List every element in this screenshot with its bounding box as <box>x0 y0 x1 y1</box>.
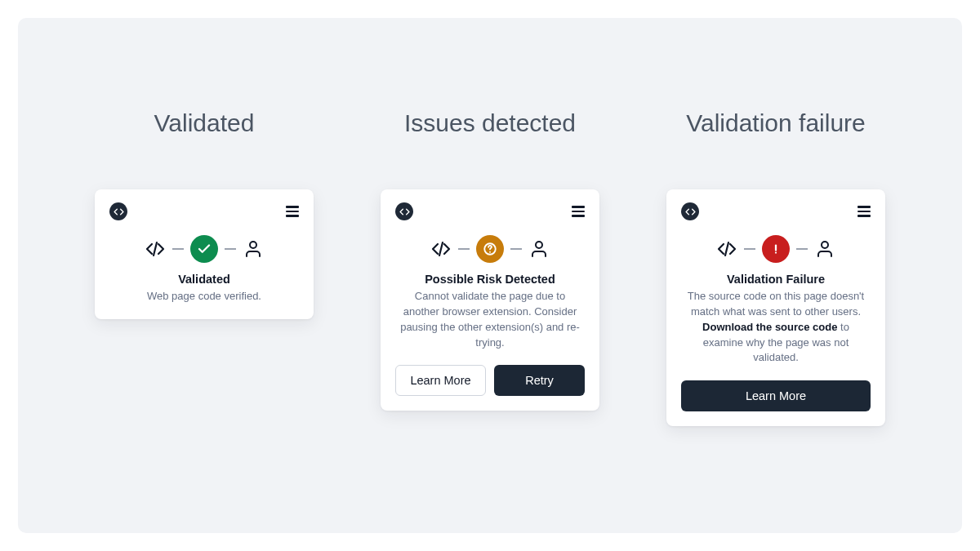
menu-icon[interactable] <box>572 206 585 217</box>
column-validated: Validated Validate <box>90 109 318 319</box>
canvas: Validated Validate <box>18 18 962 533</box>
column-failure: Validation failure <box>662 109 890 426</box>
card-title: Possible Risk Detected <box>395 273 585 286</box>
svg-line-0 <box>154 242 157 256</box>
code-icon <box>145 238 166 260</box>
card-header <box>109 202 299 220</box>
column-heading: Validated <box>154 109 255 137</box>
connector-dash <box>225 248 236 250</box>
card-validated: Validated Web page code verified. <box>95 189 314 319</box>
code-icon <box>716 238 737 260</box>
code-icon <box>430 238 452 260</box>
card-description: Web page code verified. <box>109 289 299 304</box>
person-icon <box>528 238 550 260</box>
card-description: Cannot validate the page due to another … <box>395 289 585 350</box>
desc-text: Web page code verified. <box>147 290 261 302</box>
connector-dash <box>458 248 470 250</box>
download-source-link[interactable]: Download the source code <box>702 321 837 333</box>
svg-point-1 <box>250 242 256 248</box>
column-heading: Issues detected <box>404 109 576 137</box>
status-row <box>681 235 871 263</box>
card-actions: Learn More Retry <box>395 365 585 396</box>
connector-dash <box>510 248 522 250</box>
person-icon <box>814 238 835 260</box>
card-issues: Possible Risk Detected Cannot validate t… <box>381 189 599 411</box>
column-heading: Validation failure <box>686 109 866 137</box>
svg-line-2 <box>439 242 443 256</box>
card-actions: Learn More <box>681 380 871 411</box>
card-description: The source code on this page doesn't mat… <box>681 289 871 366</box>
status-badge-error <box>762 235 790 263</box>
extension-logo-icon <box>395 202 413 220</box>
column-issues: Issues detected Po <box>376 109 604 411</box>
card-title: Validated <box>109 273 299 286</box>
learn-more-button[interactable]: Learn More <box>681 380 871 411</box>
desc-text: Cannot validate the page due to another … <box>400 290 580 349</box>
person-icon <box>243 238 264 260</box>
svg-line-6 <box>725 242 728 256</box>
connector-dash <box>796 248 808 250</box>
desc-text: The source code on this page doesn't mat… <box>688 290 864 318</box>
svg-point-5 <box>536 242 542 248</box>
status-row <box>109 235 299 263</box>
card-failure: Validation Failure The source code on th… <box>666 189 885 426</box>
menu-icon[interactable] <box>286 206 299 217</box>
card-header <box>681 202 871 220</box>
connector-dash <box>172 248 184 250</box>
menu-icon[interactable] <box>858 206 871 217</box>
status-badge-warning <box>476 235 504 263</box>
extension-logo-icon <box>109 202 127 220</box>
status-row <box>395 235 585 263</box>
svg-point-9 <box>822 242 828 248</box>
connector-dash <box>744 248 755 250</box>
status-badge-validated <box>190 235 218 263</box>
retry-button[interactable]: Retry <box>494 365 585 396</box>
card-title: Validation Failure <box>681 273 871 286</box>
extension-logo-icon <box>681 202 699 220</box>
learn-more-button[interactable]: Learn More <box>395 365 486 396</box>
card-header <box>395 202 585 220</box>
